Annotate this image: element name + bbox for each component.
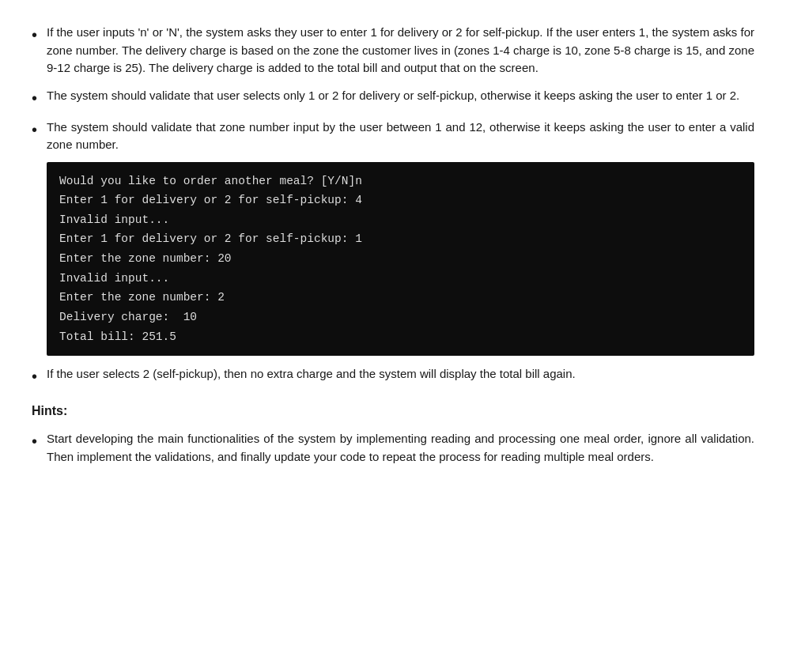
bullet-text-with-terminal: The system should validate that zone num… (47, 119, 754, 357)
hint-item: • Start developing the main functionalit… (32, 430, 754, 466)
bullet-icon: • (32, 87, 37, 109)
hints-heading: Hints: (32, 402, 754, 421)
terminal-line: Delivery charge: 10 (59, 308, 742, 327)
main-bullet-list: • If the user inputs 'n' or 'N', the sys… (32, 24, 754, 387)
bullet-text: If the user selects 2 (self-pickup), the… (47, 365, 754, 383)
terminal-line: Invalid input... (59, 210, 742, 230)
terminal-line: Enter 1 for delivery or 2 for self-picku… (59, 191, 742, 210)
hints-list: • Start developing the main functionalit… (32, 430, 754, 466)
hint-text: Start developing the main functionalitie… (47, 430, 754, 466)
terminal-output: Would you like to order another meal? [Y… (47, 162, 754, 357)
list-item: • If the user selects 2 (self-pickup), t… (32, 365, 754, 387)
bullet-icon: • (32, 430, 37, 452)
bullet-icon: • (32, 24, 37, 46)
bullet-text: If the user inputs 'n' or 'N', the syste… (47, 24, 754, 77)
list-item: • The system should validate that user s… (32, 87, 754, 109)
terminal-line: Enter the zone number: 2 (59, 288, 742, 308)
bullet-icon: • (32, 365, 37, 387)
bullet-text: The system should validate that zone num… (47, 120, 754, 152)
terminal-line: Invalid input... (59, 269, 742, 289)
terminal-line: Would you like to order another meal? [Y… (59, 172, 742, 191)
bullet-text: The system should validate that user sel… (47, 87, 754, 105)
terminal-line: Enter 1 for delivery or 2 for self-picku… (59, 229, 742, 249)
terminal-line: Total bill: 251.5 (59, 327, 742, 347)
terminal-line: Enter the zone number: 20 (59, 249, 742, 269)
list-item-with-terminal: • The system should validate that zone n… (32, 119, 754, 357)
bullet-icon: • (32, 119, 37, 141)
list-item: • If the user inputs 'n' or 'N', the sys… (32, 24, 754, 77)
